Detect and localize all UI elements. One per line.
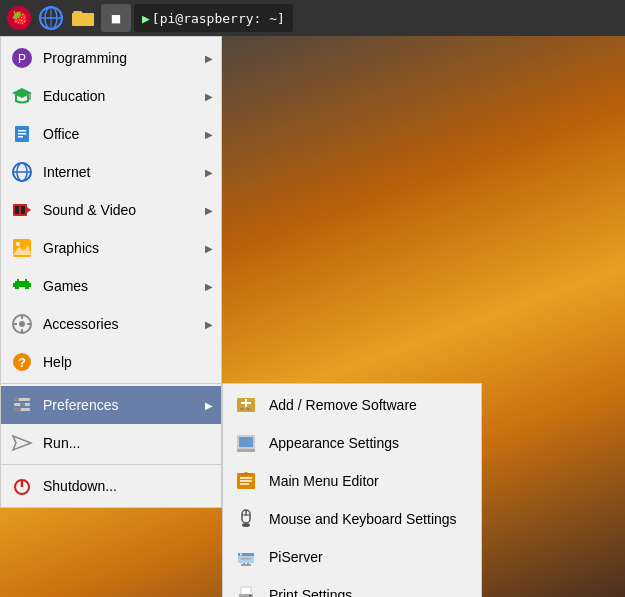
help-icon: ?	[9, 349, 35, 375]
folder-icon[interactable]	[68, 3, 98, 33]
run-icon	[9, 430, 35, 456]
svg-rect-30	[29, 283, 31, 285]
svg-point-69	[240, 554, 242, 556]
terminal-label: [pi@raspberry: ~]	[152, 11, 285, 26]
svg-rect-52	[240, 408, 244, 410]
svg-rect-28	[25, 287, 29, 289]
svg-rect-11	[18, 133, 26, 135]
globe-icon[interactable]	[36, 3, 66, 33]
education-icon	[9, 83, 35, 109]
svg-rect-42	[20, 403, 25, 406]
menu-item-office[interactable]: Office ▶	[1, 115, 221, 153]
svg-point-21	[16, 242, 20, 246]
games-icon	[9, 273, 35, 299]
graphics-arrow: ▶	[205, 243, 213, 254]
accessories-label: Accessories	[43, 316, 205, 332]
menu-item-sound-video[interactable]: Sound & Video ▶	[1, 191, 221, 229]
preferences-icon	[9, 392, 35, 418]
office-label: Office	[43, 126, 205, 142]
svg-text:🍓: 🍓	[11, 10, 29, 27]
preferences-label: Preferences	[43, 397, 205, 413]
shutdown-icon	[9, 473, 35, 499]
submenu-item-appearance[interactable]: Appearance Settings	[223, 424, 481, 462]
menu-item-programming[interactable]: P Programming ▶	[1, 39, 221, 77]
menu-separator-2	[1, 464, 221, 465]
internet-label: Internet	[43, 164, 205, 180]
svg-rect-56	[237, 449, 255, 452]
appearance-label: Appearance Settings	[269, 435, 399, 451]
svg-rect-29	[13, 283, 15, 285]
svg-rect-23	[17, 279, 19, 281]
programming-arrow: ▶	[205, 53, 213, 64]
submenu-item-add-remove[interactable]: Add / Remove Software	[223, 386, 481, 424]
submenu-item-piserver[interactable]: PiServer	[223, 538, 481, 576]
black-terminal-btn[interactable]: ■	[101, 4, 131, 32]
svg-rect-24	[25, 279, 27, 281]
graphics-label: Graphics	[43, 240, 205, 256]
education-arrow: ▶	[205, 91, 213, 102]
education-label: Education	[43, 88, 205, 104]
piserver-label: PiServer	[269, 549, 323, 565]
svg-rect-26	[13, 283, 31, 287]
svg-rect-12	[18, 136, 23, 138]
svg-rect-55	[239, 437, 253, 447]
print-label: Print Settings	[269, 587, 352, 597]
svg-rect-77	[241, 587, 251, 595]
appearance-icon	[233, 430, 259, 456]
programming-icon: P	[9, 45, 35, 71]
svg-rect-18	[21, 206, 25, 214]
menu-item-preferences[interactable]: Preferences ▶	[1, 386, 221, 424]
taskbar: 🍓 ■ ▶ [pi@raspberry: ~]	[0, 0, 625, 36]
accessories-arrow: ▶	[205, 319, 213, 330]
menu-item-internet[interactable]: Internet ▶	[1, 153, 221, 191]
shutdown-label: Shutdown...	[43, 478, 213, 494]
accessories-icon	[9, 311, 35, 337]
menu-item-accessories[interactable]: Accessories ▶	[1, 305, 221, 343]
programming-label: Programming	[43, 50, 205, 66]
terminal-window[interactable]: ▶ [pi@raspberry: ~]	[134, 4, 293, 32]
primary-menu: P Programming ▶ Education ▶ Office	[0, 36, 222, 508]
submenu-item-print[interactable]: Print Settings	[223, 576, 481, 597]
internet-icon	[9, 159, 35, 185]
main-menu-label: Main Menu Editor	[269, 473, 379, 489]
piserver-icon	[233, 544, 259, 570]
office-arrow: ▶	[205, 129, 213, 140]
main-menu-icon	[233, 468, 259, 494]
svg-rect-70	[241, 558, 251, 560]
menu-item-games[interactable]: Games ▶	[1, 267, 221, 305]
add-remove-label: Add / Remove Software	[269, 397, 417, 413]
submenu-item-mouse-keyboard[interactable]: Mouse and Keyboard Settings	[223, 500, 481, 538]
menu-separator-1	[1, 383, 221, 384]
mouse-keyboard-label: Mouse and Keyboard Settings	[269, 511, 457, 527]
submenu-item-main-menu[interactable]: Main Menu Editor	[223, 462, 481, 500]
svg-rect-53	[246, 408, 250, 410]
sound-video-label: Sound & Video	[43, 202, 205, 218]
menu-item-help[interactable]: ? Help	[1, 343, 221, 381]
sound-video-arrow: ▶	[205, 205, 213, 216]
print-icon	[233, 582, 259, 597]
sound-video-icon	[9, 197, 35, 223]
raspberry-icon[interactable]: 🍓	[4, 3, 34, 33]
add-software-icon	[233, 392, 259, 418]
svg-rect-10	[18, 130, 26, 132]
graphics-icon	[9, 235, 35, 261]
svg-marker-19	[27, 207, 31, 213]
svg-rect-17	[15, 206, 19, 214]
preferences-arrow: ▶	[205, 400, 213, 411]
svg-point-32	[19, 321, 25, 327]
menu-item-run[interactable]: Run...	[1, 424, 221, 462]
svg-text:?: ?	[18, 355, 26, 370]
office-icon	[9, 121, 35, 147]
svg-rect-40	[14, 398, 19, 401]
svg-rect-27	[15, 287, 19, 289]
menu-item-education[interactable]: Education ▶	[1, 77, 221, 115]
svg-rect-44	[14, 408, 21, 411]
svg-text:P: P	[18, 52, 26, 66]
svg-rect-25	[15, 281, 29, 283]
svg-rect-79	[249, 595, 251, 596]
games-label: Games	[43, 278, 205, 294]
menu-item-graphics[interactable]: Graphics ▶	[1, 229, 221, 267]
games-arrow: ▶	[205, 281, 213, 292]
menu-item-shutdown[interactable]: Shutdown...	[1, 467, 221, 505]
help-label: Help	[43, 354, 213, 370]
